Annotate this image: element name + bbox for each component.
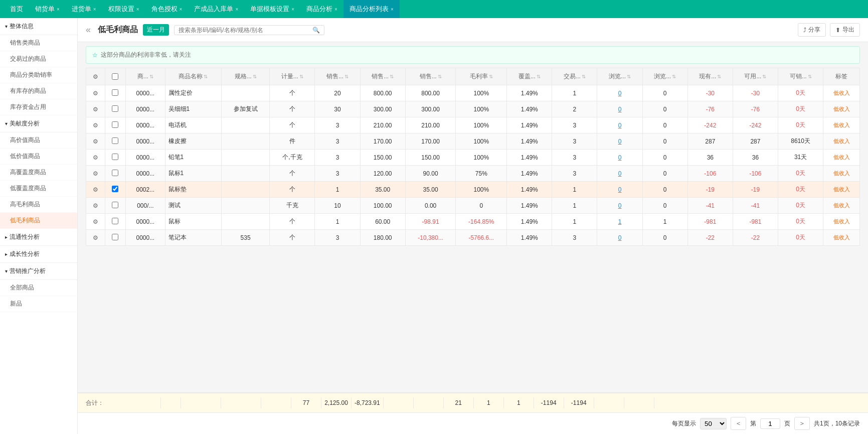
close-icon[interactable]: × xyxy=(136,7,139,12)
sidebar-group-header-overall[interactable]: ▾ 整体信息 xyxy=(0,18,77,35)
row-settings-icon[interactable]: ⚙ xyxy=(86,214,105,230)
prev-page-button[interactable]: ＜ xyxy=(731,417,746,430)
row-browse1[interactable]: 0 xyxy=(597,85,642,101)
col-spec[interactable]: 规格...⇅ xyxy=(221,68,269,85)
nav-permissions[interactable]: 权限设置 × xyxy=(102,0,145,18)
nav-sales[interactable]: 销货单 × xyxy=(29,0,66,18)
row-browse2: 1 xyxy=(642,214,687,230)
next-page-button[interactable]: ＞ xyxy=(794,417,810,430)
nav-template-settings[interactable]: 单据模板设置 × xyxy=(244,0,300,18)
col-tag[interactable]: 标签 xyxy=(823,68,860,85)
row-checkbox[interactable] xyxy=(112,218,118,224)
row-settings-icon[interactable]: ⚙ xyxy=(86,230,105,246)
row-checkbox[interactable] xyxy=(112,202,118,208)
sidebar-group-header-circulation[interactable]: ▸ 流通性分析 xyxy=(0,229,77,246)
share-button[interactable]: ⤴ 分享 xyxy=(798,23,826,37)
sidebar-item-new-products[interactable]: 新品 xyxy=(0,296,77,312)
col-browse2[interactable]: 浏览...⇅ xyxy=(642,68,687,85)
row-checkbox[interactable] xyxy=(112,154,118,160)
col-available[interactable]: 可用...⇅ xyxy=(733,68,778,85)
row-browse2: 0 xyxy=(642,150,687,166)
page-input[interactable] xyxy=(760,418,780,429)
close-icon[interactable]: × xyxy=(57,7,60,12)
row-settings-icon[interactable]: ⚙ xyxy=(86,182,105,198)
sidebar-group-header-marketing[interactable]: ▾ 营销推广分析 xyxy=(0,263,77,280)
row-browse1[interactable]: 0 xyxy=(597,166,642,182)
col-sales-qty[interactable]: 销售...⇅ xyxy=(315,68,360,85)
sidebar-item-inventory-fund[interactable]: 库存资金占用 xyxy=(0,99,77,115)
col-browse1[interactable]: 浏览...⇅ xyxy=(597,68,642,85)
row-browse1[interactable]: 1 xyxy=(597,214,642,230)
col-code[interactable]: 商...⇅ xyxy=(126,68,165,85)
export-button[interactable]: ⬆ 导出 xyxy=(830,23,860,37)
row-settings-icon[interactable]: ⚙ xyxy=(86,117,105,133)
sidebar-group-header-value[interactable]: ▾ 美献度分析 xyxy=(0,115,77,132)
sidebar-item-high-margin[interactable]: 高毛利商品 xyxy=(0,197,77,213)
close-icon[interactable]: × xyxy=(391,7,394,12)
sidebar-item-low-value[interactable]: 低价值商品 xyxy=(0,149,77,165)
sidebar-item-all-products[interactable]: 全部商品 xyxy=(0,280,77,296)
col-transaction[interactable]: 交易...⇅ xyxy=(552,68,597,85)
row-settings-icon[interactable]: ⚙ xyxy=(86,166,105,182)
row-browse1[interactable]: 0 xyxy=(597,182,642,198)
col-sales-price[interactable]: 销售...⇅ xyxy=(360,68,405,85)
col-name[interactable]: 商品名称⇅ xyxy=(165,68,221,85)
close-icon[interactable]: × xyxy=(291,7,294,12)
row-settings-icon[interactable]: ⚙ xyxy=(86,198,105,214)
sidebar-item-sales-products[interactable]: 销售类商品 xyxy=(0,35,77,51)
sidebar-item-high-coverage[interactable]: 高覆盖度商品 xyxy=(0,165,77,181)
row-settings-icon[interactable]: ⚙ xyxy=(86,133,105,150)
col-unit[interactable]: 计量...⇅ xyxy=(270,68,315,85)
select-all-checkbox[interactable] xyxy=(112,73,118,80)
row-settings-icon[interactable]: ⚙ xyxy=(86,101,105,117)
nav-product-stock[interactable]: 产成品入库单 × xyxy=(188,0,244,18)
row-browse1[interactable]: 0 xyxy=(597,133,642,150)
close-icon[interactable]: × xyxy=(235,7,238,12)
collapse-sidebar-btn[interactable]: « xyxy=(86,25,91,35)
per-page-select[interactable]: 50 100 xyxy=(700,418,727,429)
row-browse1[interactable]: 0 xyxy=(597,230,642,246)
row-browse2: 0 xyxy=(642,85,687,101)
close-icon[interactable]: × xyxy=(93,7,96,12)
row-sales-qty: 10 xyxy=(315,198,360,214)
col-current-stock[interactable]: 现有...⇅ xyxy=(687,68,733,85)
row-transaction: 3 xyxy=(552,133,597,150)
row-browse1[interactable]: 0 xyxy=(597,117,642,133)
settings-icon[interactable]: ⚙ xyxy=(93,73,98,80)
col-settings[interactable]: ⚙ xyxy=(86,68,105,85)
nav-product-analysis[interactable]: 商品分析 × xyxy=(300,0,343,18)
nav-home[interactable]: 首页 xyxy=(4,0,29,18)
row-settings-icon[interactable]: ⚙ xyxy=(86,150,105,166)
sidebar-item-category-rate[interactable]: 商品分类助销率 xyxy=(0,67,77,83)
search-icon[interactable]: 🔍 xyxy=(312,27,320,34)
row-checkbox[interactable] xyxy=(112,170,118,176)
row-checkbox[interactable] xyxy=(112,137,118,144)
sidebar-item-high-value[interactable]: 高价值商品 xyxy=(0,132,77,149)
row-checkbox[interactable] xyxy=(112,121,118,128)
search-input[interactable] xyxy=(179,27,312,34)
nav-purchase[interactable]: 进货单 × xyxy=(66,0,102,18)
nav-role-auth[interactable]: 角色授权 × xyxy=(145,0,189,18)
close-icon[interactable]: × xyxy=(334,7,337,12)
row-checkbox[interactable] xyxy=(112,105,118,112)
row-spec xyxy=(221,85,269,101)
row-browse1[interactable]: 0 xyxy=(597,198,642,214)
sidebar-item-low-coverage[interactable]: 低覆盖度商品 xyxy=(0,181,77,197)
row-checkbox[interactable] xyxy=(112,186,118,192)
row-checkbox[interactable] xyxy=(112,234,118,240)
row-browse1[interactable]: 0 xyxy=(597,150,642,166)
col-coverage[interactable]: 覆盖...⇅ xyxy=(507,68,552,85)
col-saleable[interactable]: 可销...⇅ xyxy=(778,68,823,85)
row-checkbox[interactable] xyxy=(112,89,118,96)
row-settings-icon[interactable]: ⚙ xyxy=(86,85,105,101)
sidebar-group-header-growth[interactable]: ▸ 成长性分析 xyxy=(0,246,77,263)
col-sales-profit[interactable]: 销售...⇅ xyxy=(405,68,456,85)
col-gross-rate[interactable]: 毛利率⇅ xyxy=(456,68,507,85)
nav-product-analysis-list[interactable]: 商品分析列表 × xyxy=(343,0,400,18)
time-filter-button[interactable]: 近一月 xyxy=(143,24,169,36)
sidebar-item-low-margin[interactable]: 低毛利商品 xyxy=(0,213,77,229)
close-icon[interactable]: × xyxy=(180,7,183,12)
sidebar-item-traded-products[interactable]: 交易过的商品 xyxy=(0,51,77,67)
sidebar-item-stocked-products[interactable]: 有库存的商品 xyxy=(0,83,77,99)
row-browse1[interactable]: 0 xyxy=(597,101,642,117)
